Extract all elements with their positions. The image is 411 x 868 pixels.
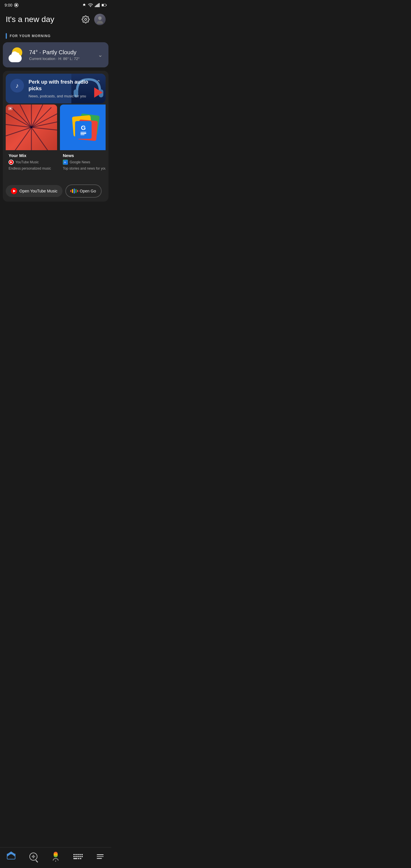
svg-rect-6	[97, 4, 98, 7]
bluetooth-icon	[82, 3, 86, 7]
audio-text-content: Perk up with fresh audio picks News, pod…	[29, 79, 92, 98]
svg-rect-11	[102, 4, 104, 6]
svg-rect-4	[95, 6, 96, 7]
svg-line-25	[31, 127, 57, 130]
cloud-shape	[8, 54, 22, 62]
weather-main: 74° · Partly Cloudy	[29, 49, 93, 56]
gnews-card-blue: G	[75, 121, 92, 139]
more-options-button[interactable]	[104, 186, 105, 195]
settings-button[interactable]	[81, 14, 91, 25]
avatar-image	[94, 14, 105, 25]
yt-music-button-icon	[11, 188, 17, 194]
svg-point-1	[16, 4, 17, 6]
audio-card-content: ♪ Perk up with fresh audio picks News, p…	[6, 74, 105, 103]
svg-rect-5	[96, 5, 97, 7]
greeting-text: It's a new day	[6, 15, 54, 24]
your-mix-source: YouTube Music	[8, 160, 54, 165]
yt-play-icon	[10, 161, 12, 163]
yt-music-icon-inner	[9, 160, 13, 164]
signal-icon	[95, 3, 100, 7]
status-time: 9:00	[5, 3, 12, 7]
yt-thumbnail-bg	[6, 104, 57, 150]
weather-icon	[8, 47, 25, 63]
music-note-icon: ♪	[16, 82, 19, 89]
news-source-name: Google News	[70, 160, 90, 164]
your-mix-desc: Endless personalized music	[8, 166, 54, 171]
screen-record-icon	[14, 3, 19, 7]
svg-point-14	[97, 21, 103, 24]
audio-card[interactable]: ♪ Perk up with fresh audio picks News, p…	[6, 74, 105, 103]
open-google-button[interactable]: Open Go	[65, 184, 102, 197]
cards-container: 74° · Partly Cloudy Current location · H…	[0, 42, 111, 202]
podcast-bars-icon	[70, 188, 78, 194]
status-right: +	[82, 3, 107, 7]
weather-expand-icon[interactable]: ⌄	[98, 52, 103, 58]
your-mix-title: Your Mix	[8, 153, 54, 158]
open-youtube-music-button[interactable]: Open YouTube Music	[6, 185, 63, 197]
pod-bar-2	[72, 189, 73, 193]
header-icons	[81, 14, 105, 25]
status-bar: 9:00 +	[0, 0, 111, 9]
svg-line-24	[31, 122, 57, 127]
audio-music-icon: ♪	[10, 79, 24, 93]
svg-text:G: G	[64, 161, 66, 164]
your-mix-thumbnail	[6, 104, 57, 150]
news-desc: Top stories and news for you	[63, 166, 105, 171]
svg-rect-7	[98, 4, 99, 7]
header: It's a new day	[0, 9, 111, 27]
media-card-news[interactable]: G	[60, 104, 105, 179]
section-morning-text: FOR YOUR MORNING	[10, 34, 51, 38]
news-title: News	[63, 153, 105, 158]
audio-collapse-icon[interactable]: ⌃	[96, 79, 101, 86]
yt-small-logo	[8, 107, 12, 111]
svg-line-22	[31, 107, 51, 127]
pod-bar-5	[77, 190, 78, 192]
news-info: News G Google News Top stories and news …	[60, 150, 105, 175]
audio-section-card: ♪ Perk up with fresh audio picks News, p…	[3, 71, 108, 202]
open-google-label: Open Go	[80, 189, 96, 193]
svg-line-28	[14, 127, 31, 150]
svg-line-27	[6, 127, 31, 136]
svg-point-12	[85, 19, 87, 21]
svg-rect-10	[106, 5, 107, 6]
yt-play-arrow-icon	[13, 190, 16, 192]
user-avatar[interactable]	[94, 14, 105, 25]
gnews-source-icon: G	[63, 160, 68, 165]
pod-bar-4	[75, 189, 76, 193]
gnews-g-letter: G	[81, 125, 86, 135]
pod-bar-3	[74, 188, 75, 194]
news-source: G Google News	[63, 160, 105, 165]
media-card-your-mix[interactable]: Your Mix YouTube Music Endless personali…	[6, 104, 57, 179]
audio-title: Perk up with fresh audio picks	[29, 79, 92, 92]
open-yt-music-label: Open YouTube Music	[20, 189, 57, 193]
yt-decorative-lines	[6, 104, 57, 150]
gnews-thumbnail-bg: G	[60, 104, 105, 150]
wifi-icon: +	[88, 3, 93, 7]
status-left: 9:00	[5, 3, 19, 7]
svg-point-2	[90, 6, 91, 7]
your-mix-source-name: YouTube Music	[15, 160, 39, 164]
weather-sub: Current location · H: 86° L: 72°	[29, 57, 93, 61]
audio-subtitle: News, podcasts, and music for you	[29, 94, 92, 98]
battery-icon	[102, 3, 107, 7]
section-bar-accent	[6, 33, 7, 39]
google-podcast-icon	[71, 188, 77, 194]
svg-rect-8	[99, 3, 100, 7]
svg-line-18	[11, 107, 31, 127]
svg-line-30	[31, 127, 49, 150]
weather-card[interactable]: 74° · Partly Cloudy Current location · H…	[3, 42, 108, 67]
weather-info: 74° · Partly Cloudy Current location · H…	[29, 49, 93, 61]
action-buttons: Open YouTube Music Open Go	[6, 180, 105, 199]
yt-music-source-icon	[8, 160, 14, 165]
news-thumbnail: G	[60, 104, 105, 150]
gnews-stack: G	[73, 115, 98, 140]
your-mix-info: Your Mix YouTube Music Endless personali…	[6, 150, 57, 175]
section-morning-label: FOR YOUR MORNING	[0, 27, 111, 42]
pod-bar-1	[70, 190, 71, 192]
media-row: Your Mix YouTube Music Endless personali…	[6, 103, 105, 180]
